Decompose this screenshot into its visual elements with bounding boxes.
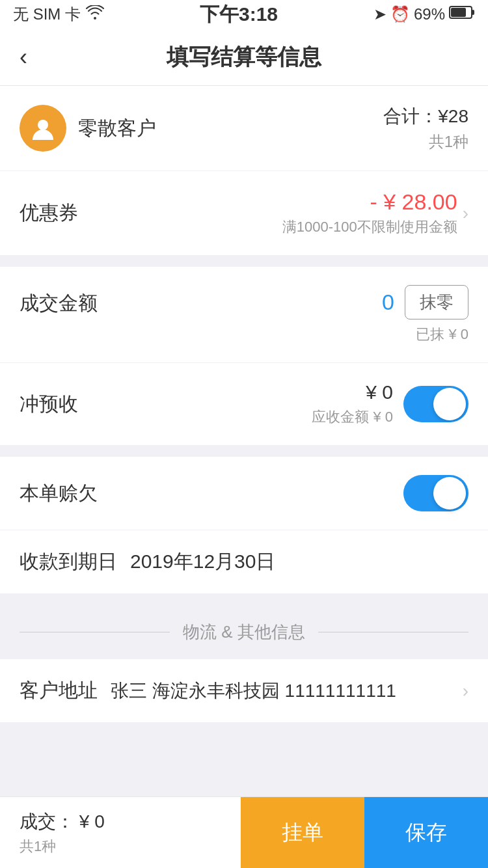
bottom-deal: 成交： ¥ 0	[20, 809, 221, 834]
bottom-deal-value: ¥ 0	[79, 811, 105, 832]
deal-section: 成交金额 0 抹零 已抹 ¥ 0 冲预收 ¥ 0 应收金额 ¥ 0	[0, 267, 488, 445]
bottom-deal-label: 成交：	[20, 811, 74, 832]
battery-icon	[449, 5, 475, 23]
coupon-info: - ¥ 28.00 满1000-100不限制使用金额	[282, 189, 457, 237]
advance-label: 冲预收	[20, 391, 78, 418]
debt-row: 本单赊欠	[0, 457, 488, 530]
advance-amount: ¥ 0	[312, 381, 393, 403]
address-value: 张三 海淀永丰科技园 11111111111	[111, 679, 463, 703]
address-chevron: ›	[463, 681, 468, 701]
customer-row: 零散客户 合计：¥28 共1种	[0, 86, 488, 170]
advance-row: 冲预收 ¥ 0 应收金额 ¥ 0	[0, 362, 488, 445]
deal-sub: 已抹 ¥ 0	[382, 325, 468, 344]
address-row[interactable]: 客户地址 张三 海淀永丰科技园 11111111111 ›	[0, 659, 488, 722]
deal-amount: 0	[382, 290, 394, 315]
svg-point-3	[38, 120, 48, 130]
debt-toggle[interactable]	[403, 475, 468, 511]
advance-toggle[interactable]	[403, 386, 468, 422]
logistics-header: 物流 & 其他信息	[0, 605, 488, 659]
coupon-right: - ¥ 28.00 满1000-100不限制使用金额 ›	[282, 189, 468, 237]
coupon-amount: - ¥ 28.00	[282, 189, 457, 215]
nav-bar: ‹ 填写结算等信息	[0, 29, 488, 86]
debt-toggle-knob	[433, 477, 466, 509]
hang-button[interactable]: 挂单	[241, 797, 364, 868]
deal-right: 0 抹零 已抹 ¥ 0	[382, 285, 468, 344]
duedate-label: 收款到期日	[20, 549, 117, 575]
bottom-count: 共1种	[20, 837, 221, 856]
sim-label: 无 SIM 卡	[13, 4, 81, 25]
address-section: 客户地址 张三 海淀永丰科技园 11111111111 ›	[0, 659, 488, 722]
customer-avatar	[20, 105, 66, 152]
customer-name: 零散客户	[78, 115, 156, 142]
advance-amounts: ¥ 0 应收金额 ¥ 0	[312, 381, 393, 427]
advance-toggle-knob	[433, 388, 466, 420]
deal-label: 成交金额	[20, 285, 98, 317]
round-button[interactable]: 抹零	[405, 285, 468, 319]
debt-section: 本单赊欠 收款到期日 2019年12月30日	[0, 457, 488, 593]
advance-right: ¥ 0 应收金额 ¥ 0	[312, 381, 468, 427]
coupon-desc: 满1000-100不限制使用金额	[282, 217, 457, 237]
debt-label: 本单赊欠	[20, 480, 98, 507]
customer-section: 零散客户 合计：¥28 共1种 优惠券 - ¥ 28.00 满1000-100不…	[0, 86, 488, 255]
deal-amount-row: 0 抹零	[382, 285, 468, 319]
coupon-row[interactable]: 优惠券 - ¥ 28.00 满1000-100不限制使用金额 ›	[0, 170, 488, 255]
status-time: 下午3:18	[200, 1, 278, 28]
status-bar: 无 SIM 卡 下午3:18 ➤ ⏰ 69%	[0, 0, 488, 29]
wifi-icon	[86, 5, 104, 23]
logistics-line-left	[20, 632, 170, 632]
customer-total: 合计：¥28	[383, 104, 468, 129]
alarm-icon: ⏰	[390, 5, 410, 23]
back-button[interactable]: ‹	[20, 44, 27, 71]
bottom-info: 成交： ¥ 0 共1种	[0, 797, 241, 868]
svg-rect-2	[451, 8, 466, 17]
duedate-row: 收款到期日 2019年12月30日	[0, 530, 488, 593]
status-left: 无 SIM 卡	[13, 4, 104, 25]
logistics-text: 物流 & 其他信息	[183, 621, 305, 644]
coupon-chevron: ›	[463, 203, 468, 224]
duedate-value: 2019年12月30日	[130, 549, 275, 575]
customer-count: 共1种	[383, 131, 468, 152]
customer-right: 合计：¥28 共1种	[383, 104, 468, 152]
status-right: ➤ ⏰ 69%	[373, 5, 475, 23]
bottom-bar: 成交： ¥ 0 共1种 挂单 保存	[0, 796, 488, 868]
svg-rect-1	[472, 10, 474, 15]
save-button[interactable]: 保存	[364, 797, 488, 868]
location-icon: ➤	[373, 5, 386, 23]
deal-row: 成交金额 0 抹零 已抹 ¥ 0	[0, 267, 488, 362]
customer-left: 零散客户	[20, 105, 156, 152]
advance-sub: 应收金额 ¥ 0	[312, 407, 393, 427]
battery-label: 69%	[414, 5, 445, 23]
coupon-label: 优惠券	[20, 200, 78, 226]
address-label: 客户地址	[20, 677, 98, 704]
logistics-line-right	[318, 632, 468, 632]
page-title: 填写结算等信息	[167, 42, 321, 72]
